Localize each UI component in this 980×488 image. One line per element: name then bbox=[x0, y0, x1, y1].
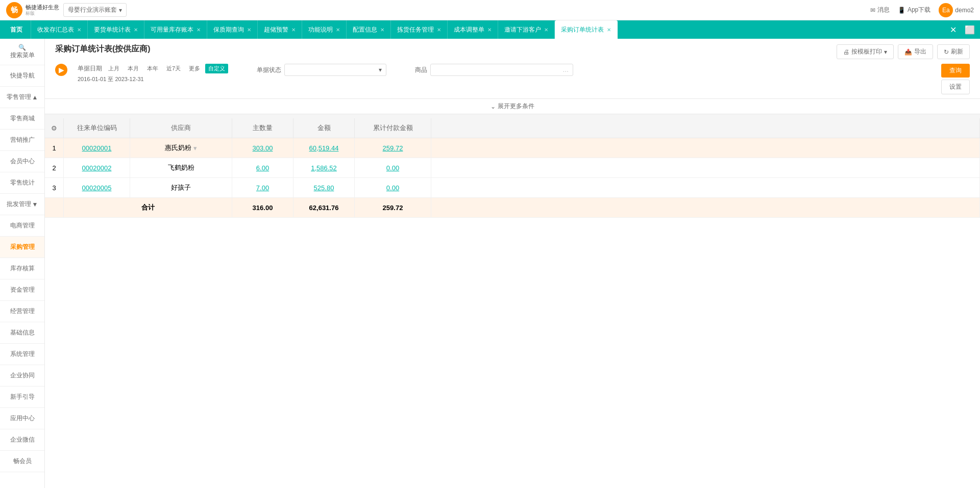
query-actions: 查询 设置 bbox=[941, 64, 970, 94]
sidebar-item-enterprise-collab[interactable]: 企业协同 bbox=[0, 365, 44, 387]
code-link-2[interactable]: 00020002 bbox=[82, 164, 112, 172]
cell-extra-2 bbox=[431, 158, 980, 178]
close-icon[interactable]: ✕ bbox=[336, 27, 340, 33]
tab-pick-task[interactable]: 拣货任务管理 ✕ bbox=[391, 20, 448, 39]
date-btn-this-month[interactable]: 本月 bbox=[125, 64, 142, 73]
close-icon[interactable]: ✕ bbox=[487, 27, 492, 33]
code-link-1[interactable]: 00020001 bbox=[82, 144, 112, 152]
status-select[interactable]: ▾ bbox=[284, 64, 386, 76]
sidebar-item-inventory[interactable]: 库存核算 bbox=[0, 258, 44, 279]
settings-button[interactable]: 设置 bbox=[941, 80, 970, 94]
sidebar-item-ecommerce[interactable]: 电商管理 bbox=[0, 215, 44, 237]
cell-extra-3 bbox=[431, 178, 980, 198]
footer-label: 合计 bbox=[64, 198, 232, 218]
col-header-amount: 金额 bbox=[293, 118, 355, 138]
cell-paid-3: 0.00 bbox=[355, 178, 431, 198]
sidebar-item-vip[interactable]: 畅会员 bbox=[0, 451, 44, 472]
close-all-icon[interactable]: ✕ bbox=[947, 25, 960, 35]
close-icon[interactable]: ✕ bbox=[134, 27, 138, 33]
cell-amount-2: 1,586.52 bbox=[293, 158, 355, 178]
cell-amount-1: 60,519.44 bbox=[293, 138, 355, 158]
sidebar-item-retail-mgmt[interactable]: 零售管理 ▲ bbox=[0, 87, 44, 108]
gear-icon[interactable]: ⚙ bbox=[51, 124, 57, 132]
tab-expiry-query[interactable]: 保质期查询 ✕ bbox=[207, 20, 258, 39]
tab-purchase-order-stats[interactable]: 采购订单统计表 ✕ bbox=[555, 20, 618, 39]
paid-link-1[interactable]: 259.72 bbox=[383, 144, 403, 152]
sidebar-item-retail-store[interactable]: 零售商城 bbox=[0, 108, 44, 130]
date-btn-7-days[interactable]: 近7天 bbox=[163, 64, 184, 73]
close-icon[interactable]: ✕ bbox=[437, 27, 441, 33]
col-settings: ⚙ bbox=[45, 118, 64, 138]
footer-amount: 62,631.76 bbox=[293, 198, 355, 218]
close-icon[interactable]: ✕ bbox=[77, 27, 81, 33]
refresh-button[interactable]: ↻ 刷新 bbox=[937, 44, 970, 59]
col-header-paid: 累计付款金额 bbox=[355, 118, 431, 138]
date-btn-last-month[interactable]: 上月 bbox=[105, 64, 122, 73]
chevron-icon: ▲ bbox=[32, 94, 38, 101]
sidebar-item-basic-info[interactable]: 基础信息 bbox=[0, 322, 44, 344]
top-bar: 畅 畅捷通好生意 标版 母婴行业演示账套 ▾ ✉ 消息 📱 App下载 Ea d… bbox=[0, 0, 980, 20]
qty-link-3[interactable]: 7.00 bbox=[256, 184, 269, 192]
cell-supplier-1: 惠氏奶粉 ▾ bbox=[130, 138, 232, 158]
cell-qty-3: 7.00 bbox=[232, 178, 293, 198]
paid-link-3[interactable]: 0.00 bbox=[386, 184, 399, 192]
amount-link-2[interactable]: 1,586.52 bbox=[311, 164, 337, 172]
sidebar-item-retail-stats[interactable]: 零售统计 bbox=[0, 172, 44, 194]
sidebar-item-wholesale-mgmt[interactable]: 批发管理 ▼ bbox=[0, 194, 44, 215]
qty-link-2[interactable]: 6.00 bbox=[256, 164, 269, 172]
amount-link-1[interactable]: 60,519.44 bbox=[309, 144, 339, 152]
close-icon[interactable]: ✕ bbox=[247, 27, 251, 33]
close-icon[interactable]: ✕ bbox=[380, 27, 384, 33]
date-btn-this-year[interactable]: 本年 bbox=[144, 64, 161, 73]
export-button[interactable]: 📤 导出 bbox=[898, 44, 933, 59]
chevron-icon: ▼ bbox=[32, 201, 38, 208]
close-icon[interactable]: ✕ bbox=[544, 27, 548, 33]
tab-overstock-warning[interactable]: 超储预警 ✕ bbox=[258, 20, 302, 39]
close-icon[interactable]: ✕ bbox=[291, 27, 296, 33]
app-download-button[interactable]: 📱 App下载 bbox=[898, 6, 930, 14]
close-icon[interactable]: ✕ bbox=[607, 27, 611, 33]
date-btn-more[interactable]: 更多 bbox=[186, 64, 203, 73]
tab-cost-adjust[interactable]: 成本调整单 ✕ bbox=[448, 20, 498, 39]
footer-empty bbox=[45, 198, 64, 218]
sidebar-item-app-center[interactable]: 应用中心 bbox=[0, 408, 44, 429]
code-link-3[interactable]: 00020005 bbox=[82, 184, 112, 192]
tab-function-description[interactable]: 功能说明 ✕ bbox=[302, 20, 347, 39]
sidebar-item-shortcuts[interactable]: 快捷导航 bbox=[0, 65, 44, 87]
table-header-row: ⚙ 往来单位编码 供应商 主数量 金额 累计付款金额 bbox=[45, 118, 980, 138]
footer-extra bbox=[431, 198, 980, 218]
date-filter: 单据日期 上月 本月 本年 近7天 更多 自定义 2016-01-01 至 bbox=[78, 64, 228, 83]
workspace-selector[interactable]: 母婴行业演示账套 ▾ bbox=[63, 3, 127, 17]
cell-paid-2: 0.00 bbox=[355, 158, 431, 178]
print-button[interactable]: 🖨 按模板打印 ▾ bbox=[837, 44, 894, 59]
toggle-arrow-button[interactable]: ▶ bbox=[55, 64, 67, 76]
sidebar-item-new-guide[interactable]: 新手引导 bbox=[0, 387, 44, 408]
sidebar-item-search[interactable]: 🔍 搜索菜单 bbox=[0, 39, 44, 65]
sidebar-item-system[interactable]: 系统管理 bbox=[0, 344, 44, 365]
cell-qty-1: 303.00 bbox=[232, 138, 293, 158]
tab-receipt-summary[interactable]: 收发存汇总表 ✕ bbox=[31, 20, 88, 39]
tab-home[interactable]: 首页 bbox=[2, 20, 31, 39]
sidebar: 🔍 搜索菜单 快捷导航 零售管理 ▲ 零售商城 营销推广 会员中心 零售统计 批… bbox=[0, 39, 45, 488]
sidebar-item-purchase[interactable]: 采购管理 bbox=[0, 237, 44, 258]
tab-order-stats[interactable]: 要货单统计表 ✕ bbox=[88, 20, 144, 39]
restore-icon[interactable]: ⬜ bbox=[962, 25, 978, 35]
paid-link-2[interactable]: 0.00 bbox=[386, 164, 399, 172]
expand-button[interactable]: ⌄ 展开更多条件 bbox=[491, 102, 534, 111]
tab-available-stock[interactable]: 可用量库存账本 ✕ bbox=[144, 20, 207, 39]
tab-config-info[interactable]: 配置信息 ✕ bbox=[347, 20, 391, 39]
tab-invite-customer[interactable]: 邀请下游客户 ✕ bbox=[498, 20, 555, 39]
query-button[interactable]: 查询 bbox=[941, 64, 970, 78]
sidebar-item-marketing[interactable]: 营销推广 bbox=[0, 130, 44, 151]
sidebar-item-finance[interactable]: 资金管理 bbox=[0, 279, 44, 301]
message-button[interactable]: ✉ 消息 bbox=[870, 6, 890, 14]
sidebar-item-member-center[interactable]: 会员中心 bbox=[0, 151, 44, 172]
amount-link-3[interactable]: 525.80 bbox=[314, 184, 334, 192]
close-icon[interactable]: ✕ bbox=[197, 27, 201, 33]
goods-input[interactable]: … bbox=[430, 64, 573, 76]
sidebar-item-operations[interactable]: 经营管理 bbox=[0, 301, 44, 322]
qty-link-1[interactable]: 303.00 bbox=[253, 144, 273, 152]
sidebar-item-enterprise-wechat[interactable]: 企业微信 bbox=[0, 429, 44, 451]
date-custom-btn[interactable]: 自定义 bbox=[205, 64, 228, 73]
user-avatar[interactable]: Ea demo2 bbox=[939, 3, 974, 17]
